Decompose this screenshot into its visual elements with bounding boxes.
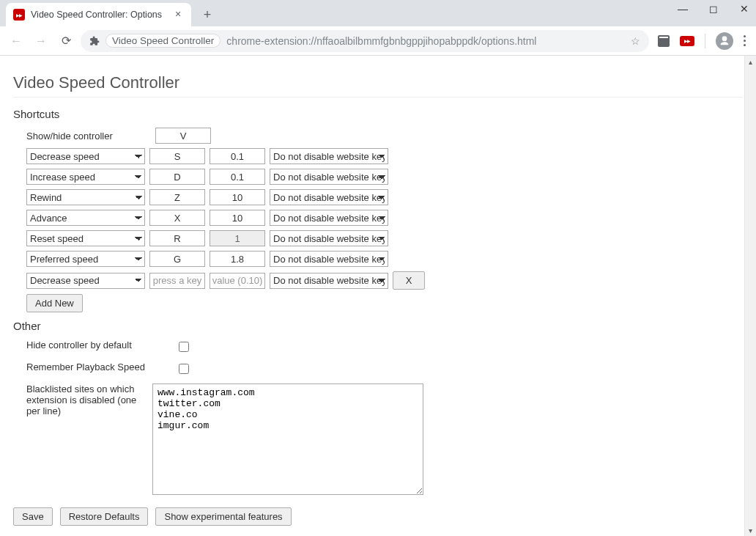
section-other-heading: Other	[13, 320, 743, 332]
save-button[interactable]: Save	[13, 507, 53, 526]
bookmark-star-icon[interactable]: ☆	[631, 35, 640, 47]
footer-buttons: Save Restore Defaults Show experimental …	[13, 507, 292, 526]
new-action-select[interactable]: Decrease speed	[26, 273, 145, 289]
extension-shelf-icon[interactable]	[658, 35, 670, 47]
key-input[interactable]	[149, 169, 205, 185]
disable-select[interactable]: Do not disable website key bindings	[270, 189, 388, 205]
profile-avatar-icon[interactable]	[716, 32, 733, 50]
value-input[interactable]	[210, 251, 265, 267]
remember-speed-label: Remember Playback Speed	[26, 361, 158, 372]
shortcut-row: Preferred speedDo not disable website ke…	[26, 251, 743, 267]
browser-tab[interactable]: Video Speed Controller: Options ×	[6, 3, 191, 26]
browser-toolbar: ← → ⟳ Video Speed Controller chrome-exte…	[0, 26, 756, 56]
hide-controller-label: Hide controller by default	[26, 339, 158, 350]
showhide-key-input[interactable]	[155, 128, 211, 144]
remember-speed-checkbox[interactable]	[179, 364, 189, 374]
disable-select[interactable]: Do not disable website key bindings	[270, 148, 388, 164]
menu-dots-icon[interactable]	[744, 35, 746, 46]
key-input[interactable]	[149, 230, 205, 246]
omnibox[interactable]: Video Speed Controller chrome-extension:…	[81, 30, 649, 52]
close-window-icon[interactable]: ✕	[737, 3, 752, 15]
shortcut-row: Increase speedDo not disable website key…	[26, 169, 743, 185]
blacklist-label: Blacklisted sites on which extension is …	[26, 383, 152, 416]
section-shortcuts-heading: Shortcuts	[13, 108, 743, 120]
remove-row-button[interactable]: X	[393, 271, 425, 290]
action-select[interactable]: Preferred speed	[26, 251, 145, 267]
shortcut-row: Decrease speedDo not disable website key…	[26, 148, 743, 164]
tab-title: Video Speed Controller: Options	[31, 10, 162, 20]
shortcut-row: Reset speedDo not disable website key bi…	[26, 230, 743, 246]
value-input[interactable]	[210, 148, 265, 164]
other-rows: Hide controller by default Remember Play…	[26, 339, 743, 495]
restore-defaults-button[interactable]: Restore Defaults	[60, 507, 149, 526]
window-controls: — ◻ ✕	[675, 3, 752, 15]
vertical-scrollbar[interactable]: ▴ ▾	[744, 56, 756, 536]
hide-controller-checkbox[interactable]	[179, 342, 189, 352]
page-title: Video Speed Controller	[13, 73, 743, 92]
key-input[interactable]	[149, 148, 205, 164]
blacklist-row: Blacklisted sites on which extension is …	[26, 383, 743, 495]
tab-close-icon[interactable]: ×	[172, 9, 184, 21]
shortcut-row: RewindDo not disable website key binding…	[26, 189, 743, 205]
reload-icon[interactable]: ⟳	[56, 31, 76, 51]
new-tab-button[interactable]: +	[197, 4, 218, 25]
value-input[interactable]	[210, 230, 265, 246]
title-divider	[13, 97, 743, 98]
shortcuts-rows: Show/hide controller Decrease speedDo no…	[26, 128, 743, 312]
separator	[705, 34, 705, 48]
key-input[interactable]	[149, 189, 205, 205]
options-page: Video Speed Controller Shortcuts Show/hi…	[0, 56, 756, 536]
new-value-input[interactable]	[210, 273, 265, 289]
remember-speed-row: Remember Playback Speed	[26, 361, 743, 376]
content-viewport: Video Speed Controller Shortcuts Show/hi…	[0, 56, 756, 536]
scroll-down-icon[interactable]: ▾	[745, 524, 756, 536]
key-input[interactable]	[149, 251, 205, 267]
maximize-icon[interactable]: ◻	[706, 3, 721, 15]
value-input[interactable]	[210, 189, 265, 205]
extension-icon	[89, 36, 100, 46]
omnibox-app-label: Video Speed Controller	[105, 34, 220, 48]
value-input[interactable]	[210, 210, 265, 226]
new-shortcut-row: Decrease speed Do not disable website ke…	[26, 271, 743, 290]
new-key-input[interactable]	[149, 273, 205, 289]
minimize-icon[interactable]: —	[675, 3, 690, 15]
omnibox-url: chrome-extension://nffaoalbilbmmfgbnbgpp…	[226, 35, 536, 47]
value-input[interactable]	[210, 169, 265, 185]
vsc-extension-icon[interactable]	[680, 36, 694, 46]
action-select[interactable]: Decrease speed	[26, 148, 145, 164]
showhide-label: Show/hide controller	[26, 131, 151, 142]
action-select[interactable]: Increase speed	[26, 169, 145, 185]
key-input[interactable]	[149, 210, 205, 226]
showhide-row: Show/hide controller	[26, 128, 743, 144]
browser-chrome: Video Speed Controller: Options × + — ◻ …	[0, 0, 756, 56]
blacklist-textarea[interactable]	[152, 383, 423, 495]
tab-strip: Video Speed Controller: Options × + — ◻ …	[0, 0, 756, 26]
disable-select[interactable]: Do not disable website key bindings	[270, 210, 388, 226]
forward-icon[interactable]: →	[31, 31, 51, 51]
disable-select[interactable]: Do not disable website key bindings	[270, 169, 388, 185]
back-icon[interactable]: ←	[6, 31, 26, 51]
hide-controller-row: Hide controller by default	[26, 339, 743, 354]
action-select[interactable]: Reset speed	[26, 230, 145, 246]
toolbar-right	[653, 32, 750, 50]
add-new-row: Add New	[26, 294, 743, 312]
disable-select[interactable]: Do not disable website key bindings	[270, 251, 388, 267]
add-new-button[interactable]: Add New	[26, 294, 83, 312]
scroll-up-icon[interactable]: ▴	[745, 56, 756, 67]
tab-favicon	[13, 9, 25, 21]
new-disable-select[interactable]: Do not disable website key bindings	[270, 273, 388, 289]
action-select[interactable]: Rewind	[26, 189, 145, 205]
shortcut-row: AdvanceDo not disable website key bindin…	[26, 210, 743, 226]
disable-select[interactable]: Do not disable website key bindings	[270, 230, 388, 246]
action-select[interactable]: Advance	[26, 210, 145, 226]
show-experimental-button[interactable]: Show experimental features	[155, 507, 291, 526]
